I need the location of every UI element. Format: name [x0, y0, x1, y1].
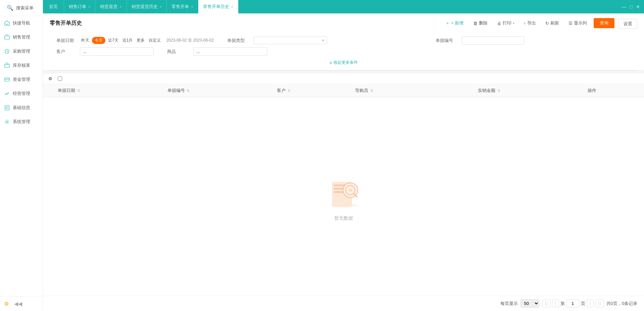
- th-guide-sort: ⇅: [370, 89, 373, 93]
- filter-area: 单据日期 昨天 今天 近7天 近1月 更多 自定义 2023-06-02 至 2…: [50, 32, 637, 70]
- th-date-sort: ⇅: [77, 89, 80, 93]
- tab-sales-return-history-label: 销货退货历史: [132, 4, 158, 10]
- delete-button[interactable]: 🗑 删除: [470, 19, 490, 28]
- add-button[interactable]: ＋ + 新增: [443, 19, 466, 28]
- goods-filter-select[interactable]: ...: [193, 47, 267, 56]
- last-page-btn[interactable]: ⟩⟩: [595, 300, 604, 307]
- prev-page-btn[interactable]: ⟨: [552, 300, 559, 307]
- next-page-btn[interactable]: ⟩: [587, 300, 594, 307]
- tab-home[interactable]: 首页: [43, 0, 64, 13]
- type-select-arrow: ▾: [322, 38, 324, 43]
- sidebar-item-sales-label: 销售管理: [13, 34, 30, 40]
- customer-filter-select[interactable]: ...: [80, 47, 154, 56]
- sidebar-item-purchase-label: 采购管理: [13, 48, 30, 54]
- sidebar-item-sales-mgmt[interactable]: 销售管理: [0, 30, 43, 44]
- empty-state: 暂无数据: [43, 97, 644, 296]
- sidebar-item-inventory[interactable]: 库存核算: [0, 58, 43, 72]
- base-info-icon: [4, 105, 10, 111]
- th-guide-label: 导购员: [355, 88, 368, 93]
- sidebar-item-base-label: 基础信息: [13, 105, 30, 111]
- refresh-icon: ↻: [545, 21, 549, 26]
- date-btn-yesterday[interactable]: 昨天: [80, 37, 91, 44]
- settings-gear-icon[interactable]: ⚙: [4, 301, 9, 307]
- collapse-more-btn[interactable]: ∧ 收起更多条件: [56, 58, 631, 67]
- display-cols-button[interactable]: ☰ 显示列: [566, 19, 590, 28]
- goods-filter-label: 商品: [167, 49, 191, 55]
- tab-sales-return-history-close[interactable]: ×: [160, 5, 162, 9]
- svg-rect-3: [5, 78, 9, 81]
- page-title: 零售开单历史: [50, 20, 82, 27]
- th-action-label: 操作: [588, 88, 596, 93]
- tab-sales-return[interactable]: 销货退货 ×: [95, 0, 127, 13]
- th-amount[interactable]: 实销金额 ⇅: [474, 84, 584, 97]
- quick-nav-icon: [4, 20, 10, 26]
- sidebar-bottom: ⚙ ◀◀: [0, 296, 43, 311]
- type-filter-select[interactable]: ▾: [253, 37, 327, 44]
- sidebar-item-finance[interactable]: 资金管理: [0, 72, 43, 87]
- print-arrow-icon: ▾: [513, 21, 514, 25]
- sidebar-item-sys-mgmt[interactable]: 系统管理: [0, 115, 43, 129]
- table-settings-gear-icon[interactable]: ⚙: [48, 76, 52, 81]
- sidebar-item-purchase-mgmt[interactable]: 采购管理: [0, 44, 43, 58]
- date-btn-today[interactable]: 今天: [92, 37, 105, 44]
- sidebar-item-operations[interactable]: 经营管理: [0, 87, 43, 101]
- purchase-mgmt-icon: [4, 48, 10, 54]
- page-input[interactable]: [566, 300, 580, 307]
- th-customer[interactable]: 客户 ⇅: [273, 84, 351, 97]
- window-close-icon[interactable]: ✕: [636, 4, 640, 9]
- sidebar: 🔍 搜索采单 快捷导航 销售管理 采购管理 库存核算 资金管理: [0, 0, 43, 311]
- data-table: 单据日期 ⇅ 单据编号 ⇅ 客户 ⇅ 导购员 ⇅: [43, 84, 644, 97]
- sidebar-item-quick-nav[interactable]: 快捷导航: [0, 16, 43, 30]
- tab-sales-return-history[interactable]: 销货退货历史 ×: [127, 0, 167, 13]
- window-maximize-icon[interactable]: □: [630, 4, 633, 9]
- th-customer-label: 客户: [277, 88, 286, 93]
- th-date-label: 单据日期: [58, 88, 75, 93]
- tab-retail-open-history[interactable]: 零售开单历史 ×: [198, 0, 238, 13]
- customer-select-value: ...: [83, 49, 87, 54]
- print-button[interactable]: 🖨 打印 ▾: [494, 19, 517, 28]
- sidebar-item-base-info[interactable]: 基础信息: [0, 101, 43, 115]
- sidebar-item-operations-label: 经营管理: [13, 91, 30, 97]
- table-area: ⚙ 单据日期 ⇅ 单据编号 ⇅: [43, 73, 644, 296]
- collapse-more-label: 收起更多条件: [334, 60, 358, 65]
- sidebar-search[interactable]: 🔍 搜索采单: [0, 0, 43, 16]
- th-guide[interactable]: 导购员 ⇅: [351, 84, 445, 97]
- per-page-select[interactable]: 10 20 50 100: [521, 299, 539, 308]
- tab-sales-order[interactable]: 销售订单 ×: [64, 0, 95, 13]
- svg-point-14: [349, 189, 352, 192]
- order-no-input[interactable]: [462, 36, 524, 45]
- select-all-checkbox[interactable]: [58, 76, 62, 81]
- date-btn-1month[interactable]: 近1月: [121, 37, 134, 44]
- tab-home-label: 首页: [49, 4, 58, 10]
- query-button[interactable]: 查询: [594, 18, 614, 28]
- date-btn-7days[interactable]: 近7天: [107, 37, 120, 44]
- th-date[interactable]: 单据日期 ⇅: [54, 84, 163, 97]
- tab-retail-open-label: 零售开单: [171, 4, 189, 10]
- pagination-nav: ⟨⟨ ⟨ 第 页 ⟩ ⟩⟩: [542, 300, 604, 307]
- delete-icon: 🗑: [473, 21, 478, 26]
- export-button[interactable]: ↑ 导出: [521, 19, 539, 28]
- th-order-no[interactable]: 单据编号 ⇅: [163, 84, 273, 97]
- inventory-icon: [4, 62, 10, 68]
- first-page-btn[interactable]: ⟨⟨: [542, 300, 551, 307]
- sales-mgmt-icon: [4, 34, 10, 40]
- tab-retail-open-close[interactable]: ×: [191, 5, 193, 9]
- tab-sales-return-close[interactable]: ×: [119, 5, 121, 9]
- svg-rect-0: [5, 36, 9, 39]
- tab-retail-open-history-close[interactable]: ×: [231, 5, 233, 9]
- date-btn-more[interactable]: 更多: [135, 37, 146, 44]
- goods-select-value: ...: [196, 49, 200, 54]
- type-filter-label: 单据类型: [227, 38, 251, 44]
- th-amount-sort: ⇅: [497, 89, 500, 93]
- sidebar-collapse-icon[interactable]: ◀◀: [14, 301, 22, 307]
- date-btn-custom[interactable]: 自定义: [147, 37, 162, 44]
- refresh-button[interactable]: ↻ 刷新: [543, 19, 562, 28]
- order-no-label: 单据编号: [436, 38, 459, 44]
- th-amount-label: 实销金额: [478, 88, 495, 93]
- date-range-display: 2023-06-02 至 2023-06-02: [166, 38, 213, 43]
- window-minimize-icon[interactable]: —: [622, 4, 627, 9]
- setting-button[interactable]: 设置: [618, 19, 637, 29]
- th-action: 操作: [584, 84, 644, 97]
- tab-retail-open[interactable]: 零售开单 ×: [167, 0, 198, 13]
- tab-sales-order-close[interactable]: ×: [88, 5, 90, 9]
